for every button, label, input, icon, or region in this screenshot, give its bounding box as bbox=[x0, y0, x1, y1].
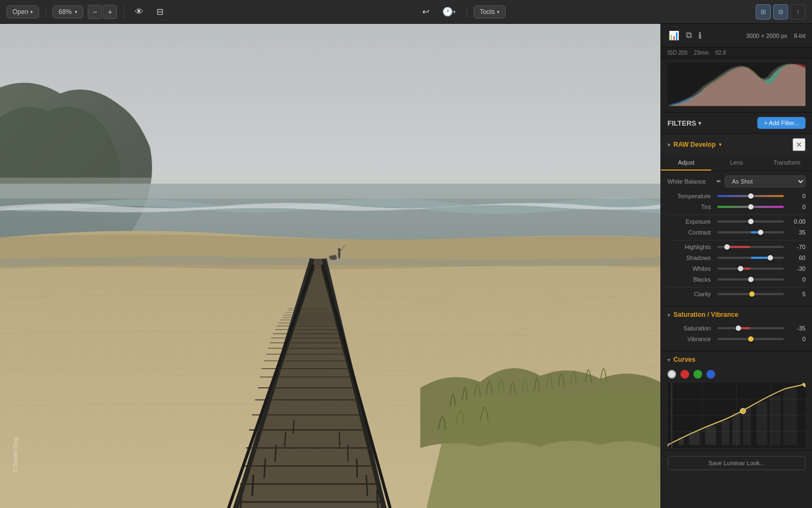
blacks-row: Blacks 0 bbox=[667, 276, 806, 283]
zoom-out-button[interactable]: − bbox=[88, 5, 102, 19]
shadows-row: Shadows 60 bbox=[667, 255, 806, 261]
panel-top-icons: 📊 ⧉ ℹ bbox=[667, 29, 703, 42]
shadows-track[interactable] bbox=[717, 257, 784, 259]
eye-button[interactable]: 👁 bbox=[130, 5, 148, 19]
open-chevron: ▾ bbox=[30, 9, 33, 15]
layers-icon[interactable]: ⧉ bbox=[685, 29, 693, 42]
curves-graph[interactable] bbox=[667, 383, 806, 448]
undo-button[interactable]: ↩ bbox=[418, 4, 434, 19]
tab-transform[interactable]: Transform bbox=[762, 155, 812, 171]
raw-develop-header[interactable]: RAW Develop ✕ bbox=[661, 134, 812, 155]
raw-develop-section: RAW Develop ✕ Adjust Lens Transform bbox=[661, 134, 812, 307]
main-content: © Svante Berg 📊 ⧉ ℹ 3000 × 2000 px 8-bit… bbox=[0, 24, 812, 508]
blacks-track[interactable] bbox=[717, 278, 784, 281]
whites-thumb[interactable] bbox=[738, 266, 743, 271]
export-button[interactable]: ↑ bbox=[790, 4, 806, 19]
curves-green-dot[interactable] bbox=[693, 370, 702, 379]
clarity-track[interactable] bbox=[717, 293, 784, 295]
blacks-slider-container[interactable] bbox=[717, 278, 784, 281]
filters-label[interactable]: FILTERS bbox=[667, 119, 701, 127]
zoom-display: 68% ▾ bbox=[53, 5, 83, 18]
vibrance-slider-container[interactable] bbox=[717, 338, 784, 340]
clarity-slider-container[interactable] bbox=[717, 293, 784, 295]
saturation-thumb[interactable] bbox=[736, 325, 741, 331]
blacks-thumb[interactable] bbox=[748, 277, 754, 282]
temperature-thumb[interactable] bbox=[748, 193, 754, 199]
save-look-button[interactable]: Save Luminar Look... bbox=[667, 456, 806, 470]
saturation-slider-container[interactable] bbox=[717, 327, 784, 329]
exposure-track[interactable] bbox=[717, 220, 784, 223]
shadows-value: 60 bbox=[786, 255, 806, 261]
whites-track[interactable] bbox=[717, 268, 784, 270]
tools-chevron: ▾ bbox=[497, 9, 500, 15]
vibrance-track[interactable] bbox=[717, 338, 784, 340]
split-view-button[interactable]: ⊟ bbox=[152, 4, 168, 19]
filters-header: FILTERS + Add Filter... bbox=[661, 113, 812, 134]
exposure-slider-container[interactable] bbox=[717, 220, 784, 223]
info-icon[interactable]: ℹ bbox=[697, 29, 703, 42]
bit-depth: 8-bit bbox=[794, 32, 806, 39]
history-button[interactable]: 🕐 ▾ bbox=[438, 4, 460, 19]
curves-blue-dot[interactable] bbox=[706, 370, 715, 379]
tint-slider-container[interactable] bbox=[717, 206, 784, 208]
curves-white-dot[interactable] bbox=[667, 370, 676, 379]
zoom-value: 68% bbox=[58, 8, 71, 16]
sliders-button[interactable]: ⧉ bbox=[773, 4, 788, 19]
grid-view-button[interactable]: ⊞ bbox=[756, 4, 771, 19]
panel-meta: 3000 × 2000 px 8-bit bbox=[746, 32, 806, 39]
temperature-label: Temperature bbox=[667, 193, 711, 199]
watermark: © Svante Berg bbox=[12, 437, 18, 472]
white-balance-select[interactable]: As Shot bbox=[725, 175, 806, 187]
saturation-vibrance-header[interactable]: ▾ Saturation / Vibrance bbox=[661, 307, 812, 321]
zoom-in-button[interactable]: + bbox=[103, 5, 117, 19]
sep1 bbox=[45, 5, 46, 18]
highlights-slider-container[interactable] bbox=[717, 246, 784, 248]
white-balance-controls: ✒ As Shot bbox=[716, 175, 806, 187]
image-area: © Svante Berg bbox=[0, 24, 660, 508]
temperature-slider-container[interactable] bbox=[717, 195, 784, 197]
contrast-slider-container[interactable] bbox=[717, 231, 784, 233]
tab-lens[interactable]: Lens bbox=[711, 155, 762, 171]
divider1 bbox=[667, 214, 806, 215]
temperature-row: Temperature 0 bbox=[667, 193, 806, 199]
saturation-vibrance-section: ▾ Saturation / Vibrance Saturation -35 bbox=[661, 307, 812, 351]
raw-develop-close-button[interactable]: ✕ bbox=[793, 138, 806, 151]
open-label: Open bbox=[12, 8, 28, 16]
blacks-value: 0 bbox=[786, 276, 806, 283]
image-size: 3000 × 2000 px bbox=[746, 32, 787, 39]
highlights-track[interactable] bbox=[717, 246, 784, 248]
curves-color-dots bbox=[661, 366, 812, 381]
shadows-slider-container[interactable] bbox=[717, 257, 784, 259]
curves-header[interactable]: ▾ Curves bbox=[661, 351, 812, 366]
tools-button[interactable]: Tools ▾ bbox=[474, 5, 506, 18]
vibrance-value: 0 bbox=[786, 336, 806, 342]
saturation-track[interactable] bbox=[717, 327, 784, 329]
tint-thumb[interactable] bbox=[748, 204, 754, 210]
vibrance-label: Vibrance bbox=[667, 336, 711, 342]
tint-label: Tint bbox=[667, 204, 711, 210]
vibrance-row: Vibrance 0 bbox=[667, 336, 806, 342]
temperature-track[interactable] bbox=[717, 195, 784, 197]
open-button[interactable]: Open ▾ bbox=[6, 5, 39, 18]
histogram-icon[interactable]: 📊 bbox=[667, 29, 680, 42]
add-filter-button[interactable]: + Add Filter... bbox=[757, 117, 806, 129]
exposure-value: 0.00 bbox=[786, 218, 806, 225]
contrast-thumb[interactable] bbox=[758, 230, 763, 235]
svg-line-14 bbox=[348, 445, 348, 462]
contrast-track[interactable] bbox=[717, 231, 784, 233]
shadows-thumb[interactable] bbox=[768, 255, 773, 260]
highlights-thumb[interactable] bbox=[724, 244, 730, 250]
exposure-thumb[interactable] bbox=[748, 219, 754, 224]
curves-red-dot[interactable] bbox=[680, 370, 689, 379]
clarity-value: 5 bbox=[786, 291, 806, 297]
svg-line-5 bbox=[252, 475, 253, 496]
tab-adjust[interactable]: Adjust bbox=[661, 155, 711, 171]
sat-vib-collapse: ▾ bbox=[667, 312, 670, 318]
whites-slider-container[interactable] bbox=[717, 268, 784, 270]
clarity-thumb[interactable] bbox=[749, 291, 755, 297]
tint-track[interactable] bbox=[717, 206, 784, 208]
svg-rect-2 bbox=[0, 178, 660, 199]
vibrance-thumb[interactable] bbox=[748, 336, 754, 342]
white-balance-picker[interactable]: ✒ bbox=[716, 178, 722, 185]
meta-iso: ISO 200 bbox=[667, 50, 687, 56]
